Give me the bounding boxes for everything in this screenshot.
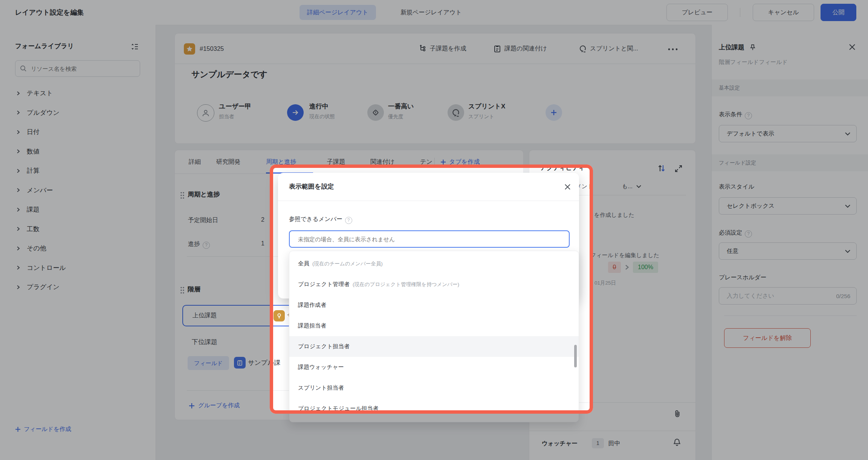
sidebar-item-issue[interactable]: 課題 (0, 200, 156, 219)
sprint-sub: スプリント (468, 113, 494, 120)
create-tab-button[interactable]: タブを作成 (440, 150, 480, 174)
cancel-button[interactable]: キャンセル (753, 4, 814, 21)
dropdown-scrollbar[interactable] (574, 345, 577, 367)
chevron-right-icon (16, 149, 20, 154)
activity-tab-more[interactable]: も... (622, 183, 641, 190)
field-progress-label[interactable]: 進捗? (188, 240, 210, 249)
search-input[interactable] (30, 65, 135, 72)
create-field-button[interactable]: フィールドを作成 (15, 425, 71, 433)
more-actions-icon[interactable] (666, 46, 679, 53)
action-link-issue[interactable]: 課題の関連付け (493, 44, 547, 53)
remove-field-button[interactable]: フィールドを解除 (724, 328, 811, 348)
placeholder-label: プレースホルダー (719, 274, 766, 282)
sidebar-item-date[interactable]: 日付 (0, 122, 156, 142)
char-counter: 0/256 (836, 293, 850, 299)
sidebar-item-workload[interactable]: 工数 (0, 219, 156, 239)
modal-close-icon[interactable] (563, 183, 572, 191)
expand-icon[interactable] (674, 164, 683, 173)
preview-button[interactable]: プレビュー (666, 4, 728, 21)
activity-date: 01月25日 (594, 280, 616, 286)
watcher-name[interactable]: 田中 (608, 440, 620, 448)
dropdown-option-issue-creator[interactable]: 課題作成者 (289, 295, 579, 315)
sidebar-item-number[interactable]: 数値 (0, 142, 156, 161)
modal-header-divider (278, 201, 579, 201)
tab-subtask[interactable]: 子課題 (327, 150, 345, 174)
condition-select[interactable]: デフォルトで表示 (719, 125, 857, 142)
resource-search[interactable] (15, 60, 140, 77)
paperclip-icon[interactable] (673, 409, 682, 418)
drag-handle-icon[interactable] (179, 286, 185, 294)
action-label: 課題の関連付け (504, 45, 547, 53)
activity-title: アクティビティ (540, 164, 585, 172)
option-label: プロジェクトモジュール担当者 (298, 405, 379, 412)
dropdown-option-project-admin[interactable]: プロジェクト管理者 (現在のプロジェクト管理権限を持つメンバー) (289, 274, 579, 295)
star-badge-icon[interactable] (184, 43, 195, 55)
required-label: 必須設定? (719, 229, 752, 238)
dropdown-option-project-assignee[interactable]: プロジェクト担当者 (289, 336, 579, 357)
sidebar-item-plugin[interactable]: プラグイン (0, 277, 156, 297)
help-icon: ? (203, 242, 210, 249)
change-from-badge: 0 (608, 262, 621, 273)
create-group-button[interactable]: グループを作成 (189, 402, 240, 410)
drag-handle-icon[interactable] (179, 191, 185, 200)
sort-icon[interactable] (657, 164, 666, 173)
issue-card-divider (175, 64, 695, 64)
sprint-badge-icon[interactable] (448, 104, 464, 121)
tab-detail[interactable]: 詳細 (189, 150, 201, 174)
create-field-label: フィールドを作成 (24, 425, 71, 433)
section-field-label: フィールド設定 (719, 160, 756, 166)
tab-template[interactable]: テン (420, 150, 432, 174)
style-select[interactable]: セレクトボックス (719, 197, 857, 215)
pin-icon[interactable] (750, 44, 756, 51)
sidebar-item-label: メンバー (27, 186, 53, 195)
sidebar-item-pulldown[interactable]: プルダウン (0, 103, 156, 123)
tab-detail-layout[interactable]: 詳細ページレイアウト (300, 5, 376, 20)
child-issue-label[interactable]: 下位課題 (192, 338, 217, 346)
member-search-input[interactable] (297, 236, 561, 243)
sidebar-item-label: 計算 (27, 166, 40, 175)
member-search-field[interactable] (289, 230, 570, 248)
issue-id: #150325 (200, 45, 224, 52)
dropdown-option-module-assignee[interactable]: プロジェクトモジュール担当者 (289, 398, 579, 419)
action-sprint-link[interactable]: スプリントと関... (579, 44, 638, 53)
sidebar-item-calc[interactable]: 計算 (0, 161, 156, 181)
status-icon[interactable] (287, 104, 304, 121)
sidebar-item-label: 課題 (27, 205, 40, 214)
action-create-subtask[interactable]: 子課題を作成 (419, 44, 466, 53)
dropdown-option-everyone[interactable]: 全員 (現在のチームのメンバー全員) (289, 253, 579, 274)
add-badge-button[interactable] (546, 104, 562, 121)
assignee-avatar[interactable] (197, 104, 214, 122)
sidebar-item-other[interactable]: その他 (0, 239, 156, 258)
chevron-right-icon (16, 110, 20, 115)
tab-rnd[interactable]: 研究開発 (216, 150, 240, 174)
close-icon[interactable] (847, 42, 857, 52)
sidebar-item-member[interactable]: メンバー (0, 181, 156, 200)
required-select[interactable]: 任意 (719, 242, 857, 260)
tab-new-layout[interactable]: 新規ページレイアウト (393, 5, 469, 20)
tab-relation[interactable]: 関連付け (370, 150, 394, 174)
chevron-down-icon (845, 204, 850, 208)
option-label: プロジェクト担当者 (298, 343, 350, 350)
dropdown-option-issue-watcher[interactable]: 課題ウォッチャー (289, 357, 579, 378)
option-note: (現在のプロジェクト管理権限を持つメンバー) (353, 281, 459, 288)
plus-icon (15, 426, 21, 432)
placeholder-input[interactable]: 入力してください 0/256 (719, 287, 857, 305)
field-start-label[interactable]: 予定開始日 (188, 216, 218, 224)
tab-cycle[interactable]: 周期と進捗 (266, 150, 296, 174)
sidebar-item-text[interactable]: テキスト (0, 84, 156, 103)
priority-icon[interactable] (367, 104, 384, 121)
plus-icon (189, 403, 195, 409)
dropdown-option-issue-assignee[interactable]: 課題担当者 (289, 315, 579, 336)
watcher-label: ウォッチャー (542, 440, 578, 448)
bell-icon[interactable] (672, 437, 682, 447)
collapse-panel-icon[interactable] (130, 42, 139, 52)
subtask-icon (419, 44, 427, 53)
panel-title: 上位課題 (719, 43, 756, 52)
sidebar-item-control[interactable]: コントロール (0, 258, 156, 278)
dropdown-option-sprint-assignee[interactable]: スプリント担当者 (289, 378, 579, 398)
watcher-divider (529, 431, 695, 431)
chevron-down-icon (636, 185, 641, 188)
member-dropdown: 全員 (現在のチームのメンバー全員) プロジェクト管理者 (現在のプロジェクト管… (289, 251, 579, 422)
status-name: 進行中 (309, 102, 329, 111)
publish-button[interactable]: 公開 (821, 4, 856, 21)
